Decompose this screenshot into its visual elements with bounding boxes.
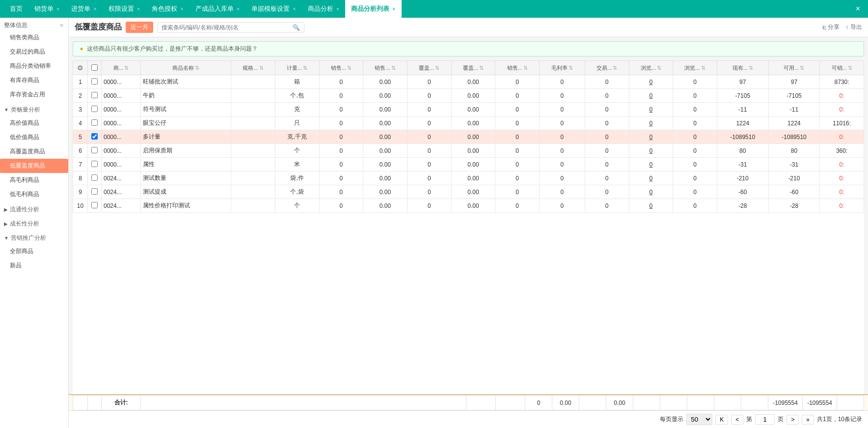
search-icon[interactable]: 🔍	[293, 24, 300, 31]
browse1-link[interactable]: 0	[650, 189, 653, 196]
column-available-header[interactable]: 可用...⇅	[768, 61, 820, 75]
sidebar-section-畅量分析[interactable]: ▼ 类畅量分析	[0, 102, 68, 116]
nav-tab-inventory[interactable]: 产成品入库单 ×	[190, 0, 245, 18]
sidebar-item-sales-goods[interactable]: 销售类商品	[0, 30, 68, 45]
sidebar-section-营销推广[interactable]: ▼ 营销推广分析	[0, 230, 68, 244]
row-checkbox-cell[interactable]	[88, 185, 102, 199]
sidebar-item-high-value[interactable]: 高价值商品	[0, 116, 68, 130]
row-checkbox[interactable]	[91, 161, 98, 167]
row-checkbox[interactable]	[91, 119, 98, 126]
row-checkbox[interactable]	[91, 78, 98, 85]
browse1-link[interactable]: 0	[650, 161, 653, 168]
browse1-link[interactable]: 0	[650, 106, 653, 113]
column-saleable-header[interactable]: 可销...⇅	[820, 61, 864, 75]
sidebar-item-low-coverage[interactable]: 低覆盖度商品	[0, 159, 68, 173]
row-checkbox-cell[interactable]	[88, 144, 102, 158]
nav-tab-purchase-close[interactable]: ×	[93, 6, 96, 12]
sidebar-item-high-margin[interactable]: 高毛利商品	[0, 173, 68, 187]
column-sales3-header[interactable]: 销售...⇅	[495, 61, 540, 75]
row-checkbox-cell[interactable]	[88, 158, 102, 171]
close-all-button[interactable]: ×	[852, 4, 864, 13]
row-checkbox-cell[interactable]	[88, 116, 102, 130]
row-checkbox-cell[interactable]	[88, 75, 102, 89]
column-trade-header[interactable]: 交易...⇅	[585, 61, 629, 75]
column-code-header[interactable]: 商...⇅	[102, 61, 141, 75]
sidebar-item-new-goods[interactable]: 新品	[0, 258, 68, 273]
column-current-header[interactable]: 现有...⇅	[717, 61, 768, 75]
row-checkbox[interactable]	[91, 174, 98, 181]
row-checkbox[interactable]	[91, 147, 98, 153]
browse1-link[interactable]: 0	[650, 134, 653, 141]
column-unit-header[interactable]: 计量...⇅	[275, 61, 319, 75]
nav-tab-templates[interactable]: 单据模板设置 ×	[245, 0, 301, 18]
nav-tab-templates-close[interactable]: ×	[293, 6, 296, 12]
sidebar-item-traded-goods[interactable]: 交易过的商品	[0, 45, 68, 59]
column-gross-rate-header[interactable]: 毛利率⇅	[539, 61, 585, 75]
browse1-link[interactable]: 0	[650, 120, 653, 127]
nav-tab-sales[interactable]: 销货单 ×	[28, 0, 65, 18]
nav-tab-purchase[interactable]: 进货单 ×	[65, 0, 102, 18]
nav-tab-analysis-list-close[interactable]: ×	[392, 6, 395, 12]
browse1-link[interactable]: 0	[650, 202, 653, 209]
row-browse1[interactable]: 0	[629, 130, 673, 144]
data-table-container[interactable]: ⚙ 商...⇅ 商品名称⇅ 规格...⇅ 计量...⇅ 销售...⇅ 销售...…	[73, 60, 864, 394]
select-all-checkbox[interactable]	[91, 64, 98, 71]
nav-tab-roles-close[interactable]: ×	[180, 6, 183, 12]
column-browse1-header[interactable]: 浏览...⇅	[629, 61, 673, 75]
row-browse1[interactable]: 0	[629, 103, 673, 116]
per-page-select[interactable]: 50 20 100	[686, 414, 712, 425]
sidebar-item-in-stock[interactable]: 有库存商品	[0, 73, 68, 87]
row-checkbox[interactable]	[91, 202, 98, 208]
column-cover1-header[interactable]: 覆盖...⇅	[407, 61, 451, 75]
time-filter-button[interactable]: 近一月	[126, 22, 153, 33]
share-button[interactable]: ⎗ 分享	[822, 23, 840, 31]
prev-page-button[interactable]: <	[731, 415, 743, 425]
row-checkbox[interactable]	[91, 188, 98, 195]
next-page-button[interactable]: >	[787, 415, 799, 425]
sidebar-section-成长性[interactable]: ▶ 成长性分析	[0, 216, 68, 230]
column-name-header[interactable]: 商品名称⇅	[141, 61, 231, 75]
row-checkbox[interactable]	[91, 92, 98, 98]
row-checkbox-cell[interactable]	[88, 171, 102, 185]
column-settings-header[interactable]: ⚙	[73, 61, 88, 75]
browse1-link[interactable]: 0	[650, 79, 653, 86]
sidebar-item-high-coverage[interactable]: 高覆盖度商品	[0, 144, 68, 159]
sidebar-item-low-margin[interactable]: 低毛利商品	[0, 187, 68, 201]
column-cover2-header[interactable]: 覆盖...⇅	[451, 61, 495, 75]
browse1-link[interactable]: 0	[650, 175, 653, 182]
nav-tab-analysis[interactable]: 商品分析 ×	[302, 0, 345, 18]
export-button[interactable]: ↑ 导出	[845, 23, 862, 31]
last-page-button[interactable]: »	[802, 415, 814, 425]
column-sales2-header[interactable]: 销售...⇅	[363, 61, 407, 75]
row-browse1[interactable]: 0	[629, 185, 673, 199]
sidebar-collapse-button[interactable]: «	[58, 21, 65, 29]
nav-tab-permissions[interactable]: 权限设置 ×	[103, 0, 146, 18]
search-input[interactable]	[162, 24, 291, 31]
nav-tab-roles[interactable]: 角色授权 ×	[146, 0, 189, 18]
nav-tab-analysis-close[interactable]: ×	[336, 6, 339, 12]
nav-tab-inventory-close[interactable]: ×	[237, 6, 240, 12]
row-checkbox[interactable]	[91, 106, 98, 112]
nav-tab-home[interactable]: 首页	[4, 0, 28, 18]
row-browse1[interactable]: 0	[629, 158, 673, 171]
first-page-button[interactable]: K	[715, 415, 728, 425]
sidebar-item-all-goods[interactable]: 全部商品	[0, 244, 68, 258]
row-browse1[interactable]: 0	[629, 144, 673, 158]
nav-tab-permissions-close[interactable]: ×	[137, 6, 140, 12]
column-checkbox-header[interactable]	[88, 61, 102, 75]
row-browse1[interactable]: 0	[629, 116, 673, 130]
browse1-link[interactable]: 0	[650, 147, 653, 154]
row-checkbox[interactable]	[91, 133, 98, 140]
column-spec-header[interactable]: 规格...⇅	[231, 61, 275, 75]
row-checkbox-cell[interactable]	[88, 89, 102, 103]
page-number-input[interactable]	[755, 414, 775, 425]
row-checkbox-cell[interactable]	[88, 103, 102, 116]
row-browse1[interactable]: 0	[629, 89, 673, 103]
sidebar-section-流通性[interactable]: ▶ 流通性分析	[0, 201, 68, 216]
column-sales1-header[interactable]: 销售...⇅	[319, 61, 363, 75]
column-browse2-header[interactable]: 浏览...⇅	[673, 61, 717, 75]
row-browse1[interactable]: 0	[629, 171, 673, 185]
nav-tab-analysis-list[interactable]: 商品分析列表 ×	[345, 0, 401, 18]
sidebar-item-low-value[interactable]: 低价值商品	[0, 130, 68, 144]
row-browse1[interactable]: 0	[629, 199, 673, 213]
